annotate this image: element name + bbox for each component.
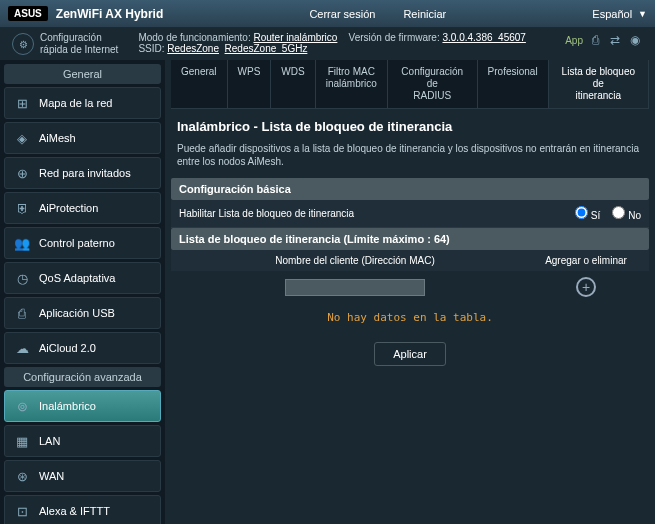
info-bar: ⚙ Configuración rápida de Internet Modo …	[0, 28, 655, 60]
page-title: Inalámbrico - Lista de bloqueo de itiner…	[171, 109, 649, 142]
sidebar-item[interactable]: 👥Control paterno	[4, 227, 161, 259]
reboot-button[interactable]: Reiniciar	[403, 8, 446, 20]
sidebar-item[interactable]: ⎙Aplicación USB	[4, 297, 161, 329]
sidebar-item-label: AiProtection	[39, 202, 98, 214]
sidebar-item[interactable]: ☁AiCloud 2.0	[4, 332, 161, 364]
tab-bar: GeneralWPSWDSFiltro MAC inalámbricoConfi…	[171, 60, 649, 109]
sidebar-item[interactable]: ⛨AiProtection	[4, 192, 161, 224]
sidebar-icon: ⛨	[13, 199, 31, 217]
sidebar-item-label: AiCloud 2.0	[39, 342, 96, 354]
globe-icon[interactable]: ◉	[627, 32, 643, 48]
tab[interactable]: Profesional	[478, 60, 549, 108]
sidebar-icon: ⊛	[13, 467, 31, 485]
col-action: Agregar o eliminar	[531, 255, 641, 266]
quick-setup-link[interactable]: Configuración rápida de Internet	[40, 32, 118, 56]
mac-input[interactable]	[285, 279, 425, 296]
ssid-label: SSID:	[138, 43, 164, 54]
sidebar-item-label: QoS Adaptativa	[39, 272, 115, 284]
brand-logo: ASUS	[8, 6, 48, 21]
sidebar: General ⊞Mapa de la red◈AiMesh⊕Red para …	[0, 60, 165, 524]
tab[interactable]: General	[171, 60, 228, 108]
sidebar-item-label: WAN	[39, 470, 64, 482]
mode-link[interactable]: Router inalámbrico	[253, 32, 337, 43]
link-icon[interactable]: ⇄	[607, 32, 623, 48]
basic-config-header: Configuración básica	[171, 178, 649, 200]
language-selector[interactable]: Español	[592, 8, 632, 20]
col-client: Nombre del cliente (Dirección MAC)	[179, 255, 531, 266]
sidebar-icon: ▦	[13, 432, 31, 450]
mode-label: Modo de funcionamiento:	[138, 32, 250, 43]
sidebar-general-head: General	[4, 64, 161, 84]
sidebar-item[interactable]: ⊞Mapa de la red	[4, 87, 161, 119]
tab[interactable]: WPS	[228, 60, 272, 108]
logout-button[interactable]: Cerrar sesión	[309, 8, 375, 20]
radio-no[interactable]: No	[612, 206, 641, 221]
app-badge[interactable]: App	[565, 35, 583, 46]
top-bar: ASUS ZenWiFi AX Hybrid Cerrar sesión Rei…	[0, 0, 655, 28]
sidebar-item-label: AiMesh	[39, 132, 76, 144]
sidebar-item[interactable]: ⊡Alexa & IFTTT	[4, 495, 161, 524]
sidebar-item-label: Red para invitados	[39, 167, 131, 179]
model-name: ZenWiFi AX Hybrid	[56, 7, 163, 21]
ssid1-link[interactable]: RedesZone	[167, 43, 219, 54]
fw-label: Versión de firmware:	[349, 32, 440, 43]
tab[interactable]: WDS	[271, 60, 315, 108]
tab[interactable]: Lista de bloqueo de itinerancia	[549, 60, 649, 108]
sidebar-item[interactable]: ◷QoS Adaptativa	[4, 262, 161, 294]
sidebar-item-label: Alexa & IFTTT	[39, 505, 110, 517]
chevron-down-icon[interactable]: ▼	[638, 9, 647, 19]
apply-button[interactable]: Aplicar	[374, 342, 446, 366]
sidebar-item-label: Inalámbrico	[39, 400, 96, 412]
tab[interactable]: Configuración de RADIUS	[388, 60, 478, 108]
tab[interactable]: Filtro MAC inalámbrico	[316, 60, 388, 108]
add-button[interactable]: +	[576, 277, 596, 297]
sidebar-item[interactable]: ◈AiMesh	[4, 122, 161, 154]
sidebar-item-label: Mapa de la red	[39, 97, 112, 109]
radio-yes[interactable]: Sí	[575, 206, 600, 221]
sidebar-item[interactable]: ⊚Inalámbrico	[4, 390, 161, 422]
enable-label: Habilitar Lista de bloqueo de itineranci…	[179, 208, 575, 219]
sidebar-item[interactable]: ⊛WAN	[4, 460, 161, 492]
page-description: Puede añadir dispositivos a la lista de …	[171, 142, 649, 178]
sidebar-item[interactable]: ▦LAN	[4, 425, 161, 457]
sidebar-icon: ◷	[13, 269, 31, 287]
sidebar-icon: ◈	[13, 129, 31, 147]
sidebar-item-label: LAN	[39, 435, 60, 447]
sidebar-item[interactable]: ⊕Red para invitados	[4, 157, 161, 189]
sidebar-icon: ⎙	[13, 304, 31, 322]
usb-icon[interactable]: ⎙	[587, 32, 603, 48]
sidebar-advanced-head: Configuración avanzada	[4, 367, 161, 387]
sidebar-item-label: Aplicación USB	[39, 307, 115, 319]
ssid2-link[interactable]: RedesZone_5GHz	[225, 43, 308, 54]
quick-setup-icon[interactable]: ⚙	[12, 33, 34, 55]
fw-link[interactable]: 3.0.0.4.386_45607	[442, 32, 525, 43]
table-input-row: +	[171, 271, 649, 303]
sidebar-icon: ⊞	[13, 94, 31, 112]
enable-row: Habilitar Lista de bloqueo de itineranci…	[171, 200, 649, 228]
sidebar-icon: ⊡	[13, 502, 31, 520]
sidebar-icon: ⊕	[13, 164, 31, 182]
no-data-message: No hay datos en la tabla.	[171, 303, 649, 332]
table-header: Nombre del cliente (Dirección MAC) Agreg…	[171, 250, 649, 271]
main-content: GeneralWPSWDSFiltro MAC inalámbricoConfi…	[165, 60, 655, 524]
sidebar-icon: ☁	[13, 339, 31, 357]
sidebar-item-label: Control paterno	[39, 237, 115, 249]
sidebar-icon: ⊚	[13, 397, 31, 415]
blocklist-header: Lista de bloqueo de itinerancia (Límite …	[171, 228, 649, 250]
sidebar-icon: 👥	[13, 234, 31, 252]
